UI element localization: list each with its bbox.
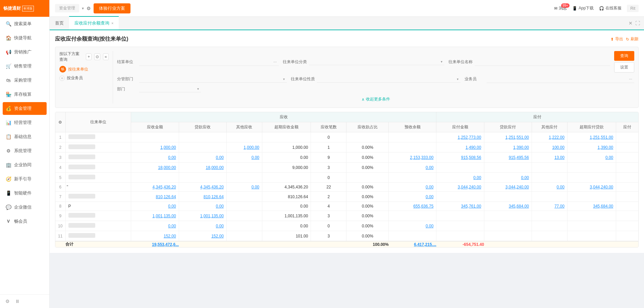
- cell-ap-other: [532, 192, 567, 202]
- set-button[interactable]: 设置: [614, 62, 634, 73]
- tab-home[interactable]: 首页: [50, 17, 69, 30]
- filter-wanglai-input[interactable]: [475, 58, 610, 66]
- cell-ar-amount: 1,001,135.00: [131, 211, 179, 221]
- export-button[interactable]: ⬆ 导出: [610, 36, 623, 42]
- footer-label: 合计: [65, 241, 131, 247]
- cell-index: 5: [55, 173, 65, 183]
- cell-ar-loan: 18,000.00: [179, 163, 226, 173]
- table-row: 101,252,773.001,251,551.001,222.001,251,…: [55, 132, 638, 142]
- operation-icon: 📊: [5, 120, 11, 125]
- cell-ar-other: [226, 211, 262, 221]
- cell-ar-overdue: [262, 132, 311, 142]
- filter-jiesuan-dots[interactable]: ···: [273, 59, 277, 64]
- filter-fendian-select[interactable]: ▾: [309, 58, 444, 65]
- salesman-option-icon: ○: [59, 76, 65, 81]
- tab-close-icon[interactable]: ×: [111, 21, 113, 25]
- filter-option-salesman[interactable]: ○ 按业务员: [59, 75, 109, 81]
- cell-ar-other: [226, 132, 262, 142]
- cell-ar-count: 1: [311, 142, 346, 152]
- system-icon: ⚙: [5, 148, 11, 153]
- topbar-gear-icon[interactable]: ⚙: [87, 6, 91, 11]
- filter-option-partner[interactable]: 畅 按往来单位: [59, 66, 109, 73]
- sidebar-item-system[interactable]: ⚙ 系统管理: [0, 144, 49, 158]
- filter-yewuyuan-select[interactable]: ···: [487, 75, 634, 83]
- cell-ar-amount: 4,345,436.20: [131, 183, 179, 192]
- topbar-cta-button[interactable]: 体验行业方案: [94, 3, 130, 13]
- pause-bottom-icon[interactable]: ⏸: [15, 299, 20, 304]
- sidebar-item-guide[interactable]: 🧭 新手引导: [0, 172, 49, 186]
- cell-partner: [65, 173, 131, 183]
- filter-row-2: 分管部门 ▾ 往来单位性质: [117, 75, 634, 83]
- cell-ap-loan: 915,495.56: [484, 152, 532, 163]
- filter-xingzhi-select[interactable]: ▾: [317, 76, 461, 83]
- sidebar-item-inventory[interactable]: 🏪 库存核算: [0, 87, 49, 101]
- refresh-button[interactable]: ↻ 刷新: [626, 36, 639, 42]
- tab-arbalance[interactable]: 应收应付余额查询 ×: [69, 16, 119, 30]
- filter-add-btn[interactable]: +: [86, 53, 92, 60]
- filter-fenguan-select[interactable]: ▾: [139, 76, 287, 83]
- cell-ar-count: 3: [311, 211, 346, 221]
- sidebar-item-search[interactable]: 🔍 搜索菜单: [0, 17, 49, 31]
- cell-ap-loan: [484, 221, 532, 231]
- filter-settings-btn[interactable]: ⊙: [94, 53, 100, 60]
- cell-ap-amount: 1,490.00: [436, 142, 484, 152]
- user-display[interactable]: Rit: [627, 5, 639, 12]
- cell-ap-last: [616, 152, 638, 163]
- cell-ap-loan: [484, 192, 532, 202]
- settings-bottom-icon[interactable]: ⚙: [5, 299, 10, 304]
- page-title: 应收应付余额查询(按往来单位): [55, 36, 128, 43]
- sidebar-label-search: 搜索菜单: [14, 21, 32, 27]
- message-button[interactable]: ✉ 消息 99+: [554, 5, 567, 11]
- th-group-ar: 应收: [131, 112, 436, 122]
- filter-yewuyuan-dots[interactable]: ···: [629, 77, 632, 81]
- filter-row-3: 部门 ▾: [117, 86, 634, 92]
- cell-ap-loan: 3,044,240.00: [484, 183, 532, 192]
- sidebar-item-device[interactable]: 📱 智能硬件: [0, 186, 49, 200]
- footer-ar-prepay[interactable]: 6,417,215....: [389, 241, 436, 247]
- app-download-button[interactable]: 📱 App下载: [572, 5, 594, 11]
- cell-ar-ratio: 0.00%: [346, 202, 389, 211]
- filter-back-btn[interactable]: «: [103, 53, 109, 60]
- message-icon: ✉: [554, 6, 557, 11]
- page-header: 应收应付余额查询(按往来单位) ⬆ 导出 ↻ 刷新: [55, 36, 639, 43]
- sidebar-item-operation[interactable]: 📊 经营管理: [0, 116, 49, 130]
- sidebar-item-corp[interactable]: 🏢 企业协同: [0, 158, 49, 172]
- filter-left-panel: 按以下方案查询 + ⊙ « 畅 按往来单位: [59, 51, 113, 103]
- th-settings[interactable]: ⚙: [55, 112, 65, 132]
- tab-close-all-icon[interactable]: ✕: [629, 20, 633, 26]
- cell-ap-overdue: [567, 221, 616, 231]
- query-button[interactable]: 查询: [614, 51, 634, 61]
- cell-index: 4: [55, 163, 65, 173]
- sidebar-item-quick[interactable]: 🏠 快捷导航: [0, 31, 49, 45]
- sidebar-label-member: 畅会员: [14, 218, 27, 224]
- footer-ar-amount[interactable]: 19,553,472,6...: [131, 241, 179, 247]
- cell-ar-loan: [179, 173, 226, 183]
- cell-ap-overdue: 0.00: [567, 152, 616, 163]
- online-service-button[interactable]: 🎧 在线客服: [599, 5, 622, 11]
- filter-jiesuan-select[interactable]: ···: [139, 58, 279, 66]
- cell-ar-loan: [179, 132, 226, 142]
- sidebar-item-sales[interactable]: 🛒 销售管理: [0, 59, 49, 73]
- sidebar-item-member[interactable]: V 畅会员: [0, 214, 49, 228]
- cell-ar-overdue: 1,000.00: [262, 142, 311, 152]
- cell-ar-amount: 0.00: [131, 152, 179, 163]
- cell-ap-other: [532, 211, 567, 221]
- filter-bumen-select[interactable]: ▾: [139, 86, 201, 92]
- tab-expand-icon[interactable]: ⛶: [635, 20, 640, 26]
- cell-ar-prepay: 0.00: [389, 192, 436, 202]
- filter-collapse-btn[interactable]: ∧ 收起更多条件: [117, 95, 634, 103]
- sidebar-item-wechat[interactable]: 💬 企业微信: [0, 200, 49, 214]
- sidebar-item-marketing[interactable]: 📢 营销推广: [0, 45, 49, 59]
- filter-tabs: 按以下方案查询 + ⊙ «: [59, 51, 109, 62]
- topbar-dropdown-icon[interactable]: ▾: [82, 6, 84, 11]
- cell-partner: [65, 211, 131, 221]
- sidebar-label-system: 系统管理: [14, 148, 32, 154]
- cell-ar-prepay: [389, 173, 436, 183]
- filter-query-label: 按以下方案查询: [59, 51, 83, 62]
- sidebar-item-purchase[interactable]: 🛍 采购管理: [0, 73, 49, 87]
- cell-ar-other: 1,000.00: [226, 142, 262, 152]
- table-settings-icon[interactable]: ⚙: [58, 120, 62, 125]
- sidebar-item-basic[interactable]: 📋 基础信息: [0, 130, 49, 144]
- th-ar-loan: 贷款应收: [179, 122, 226, 132]
- sidebar-item-finance[interactable]: 💰 资金管理: [3, 102, 47, 115]
